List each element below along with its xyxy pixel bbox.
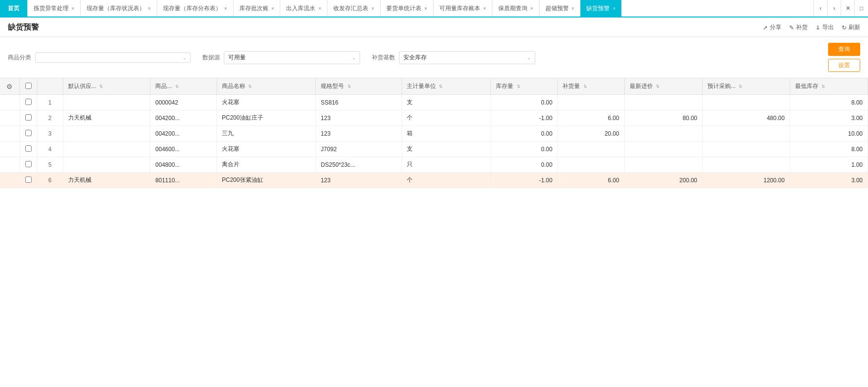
row-checkbox-3[interactable] (25, 145, 32, 152)
row-num-2: 3 (37, 126, 63, 141)
tab-9-label: 保质期查询 (498, 4, 527, 13)
col-header-code[interactable]: 商品... ⇅ (150, 78, 217, 95)
share-button[interactable]: ➚ 分享 (763, 23, 781, 32)
tab-10-close[interactable]: × (572, 6, 575, 11)
row-est-purchase-2 (703, 126, 790, 141)
col-header-unit[interactable]: 主计量单位 ⇅ (401, 78, 490, 95)
tab-7[interactable]: 要货单统计表 × (380, 0, 434, 17)
tab-11-close[interactable]: × (613, 6, 615, 11)
tab-3-close[interactable]: × (224, 6, 227, 11)
page-content: 缺货预警 ➚ 分享 ✎ 补货 ⇓ 导出 ↻ 刷新 商品分类 (0, 18, 868, 387)
tab-4-close[interactable]: × (271, 6, 274, 11)
tab-5[interactable]: 出入库流水 × (280, 0, 327, 17)
col-header-spec[interactable]: 规格型号 ⇅ (316, 78, 401, 95)
row-stock-4: 0.00 (491, 157, 558, 173)
tab-4[interactable]: 库存批次账 × (234, 0, 281, 17)
tab-next-button[interactable]: › (827, 0, 841, 17)
sort-est-icon: ⇅ (739, 84, 742, 89)
share-label: 分享 (770, 23, 781, 32)
category-select[interactable]: ⌄ (35, 53, 191, 63)
tab-home[interactable]: 首页 (0, 0, 28, 17)
tab-home-label: 首页 (8, 4, 19, 13)
tab-close-button[interactable]: ✕ (841, 0, 854, 17)
tab-expand-button[interactable]: □ (854, 0, 868, 17)
row-latest-price-3 (624, 141, 702, 157)
gear-icon[interactable]: ⚙ (6, 83, 13, 90)
refresh-button[interactable]: ↻ 刷新 (842, 23, 860, 32)
col-header-replenish[interactable]: 补货量 ⇅ (558, 78, 624, 95)
row-name-4: 离合片 (217, 157, 316, 173)
row-num-3: 4 (37, 141, 63, 157)
replenish-button[interactable]: ✎ 补货 (789, 23, 808, 32)
row-checkbox-5[interactable] (25, 176, 32, 183)
tab-9[interactable]: 保质期查询 × (492, 0, 540, 17)
tab-8[interactable]: 可用量库存账本 × (434, 0, 492, 17)
row-check-4[interactable] (19, 157, 37, 173)
row-supplier-0 (63, 95, 150, 110)
row-code-3: 004600... (150, 141, 217, 157)
settings-button[interactable]: 设置 (828, 59, 860, 72)
tab-2-label: 现存量（库存状况表） (87, 4, 145, 13)
tab-1[interactable]: 拣货异常处理 × (28, 0, 81, 17)
row-check-0[interactable] (19, 95, 37, 110)
tab-9-close[interactable]: × (530, 6, 533, 11)
select-all-checkbox[interactable] (25, 83, 32, 89)
row-name-2: 三九 (217, 126, 316, 141)
row-settings-0 (0, 95, 19, 110)
col-header-supplier[interactable]: 默认供应... ⇅ (63, 78, 150, 95)
row-stock-5: -1.00 (491, 173, 558, 188)
row-latest-price-2 (624, 126, 702, 141)
row-check-1[interactable] (19, 110, 37, 126)
row-checkbox-0[interactable] (25, 99, 32, 105)
sort-minstock-icon: ⇅ (821, 84, 825, 89)
tab-1-close[interactable]: × (72, 6, 74, 11)
export-button[interactable]: ⇓ 导出 (815, 23, 834, 32)
row-est-purchase-0 (703, 95, 790, 110)
col-header-latest-price[interactable]: 最新进价 ⇅ (624, 78, 702, 95)
tab-prev-button[interactable]: ‹ (814, 0, 827, 17)
tab-6-close[interactable]: × (371, 6, 374, 11)
row-settings-2 (0, 126, 19, 141)
tab-2[interactable]: 现存量（库存状况表） × (81, 0, 157, 17)
row-check-3[interactable] (19, 141, 37, 157)
row-est-purchase-4 (703, 157, 790, 173)
page-header: 缺货预警 ➚ 分享 ✎ 补货 ⇓ 导出 ↻ 刷新 (0, 18, 868, 37)
row-checkbox-2[interactable] (25, 130, 32, 136)
row-settings-5 (0, 173, 19, 188)
table-row: 6 力天机械 801110... PC200张紧油缸 123 个 -1.00 6… (0, 173, 868, 188)
row-checkbox-1[interactable] (25, 114, 32, 121)
tab-8-close[interactable]: × (483, 6, 486, 11)
query-button[interactable]: 查询 (828, 43, 860, 56)
col-header-stock[interactable]: 库存量 ⇅ (491, 78, 558, 95)
tab-10[interactable]: 超储预警 × (540, 0, 581, 17)
table-row: 1 0000042 火花塞 SS816 支 0.00 8.00 (0, 95, 868, 110)
tab-7-close[interactable]: × (424, 6, 427, 11)
row-code-2: 004200... (150, 126, 217, 141)
datasource-select[interactable]: 可用量 ⌄ (224, 51, 360, 64)
row-code-4: 004800... (150, 157, 217, 173)
tab-6[interactable]: 收发存汇总表 × (327, 0, 380, 17)
table-body: 1 0000042 火花塞 SS816 支 0.00 8.00 2 力天机械 0… (0, 95, 868, 188)
replenish-base-select[interactable]: 安全库存 ⌄ (399, 51, 535, 64)
row-spec-4: DS250*23c... (316, 157, 401, 173)
row-est-purchase-5: 1200.00 (703, 173, 790, 188)
tab-2-close[interactable]: × (148, 6, 151, 11)
col-header-settings[interactable]: ⚙ (0, 78, 19, 95)
row-check-5[interactable] (19, 173, 37, 188)
col-header-est-purchase[interactable]: 预计采购... ⇅ (703, 78, 790, 95)
col-header-min-stock[interactable]: 最低库存 ⇅ (790, 78, 868, 95)
tab-5-close[interactable]: × (318, 6, 321, 11)
col-header-check[interactable] (19, 78, 37, 95)
row-num-0: 1 (37, 95, 63, 110)
row-check-2[interactable] (19, 126, 37, 141)
row-replenish-1: 6.00 (558, 110, 624, 126)
row-checkbox-4[interactable] (25, 161, 32, 167)
tab-11[interactable]: 缺货预警 × (580, 0, 622, 17)
row-latest-price-5: 200.00 (624, 173, 702, 188)
col-header-name[interactable]: 商品名称 ⇅ (217, 78, 316, 95)
row-supplier-1: 力天机械 (63, 110, 150, 126)
tab-3[interactable]: 现存量（库存分布表） × (157, 0, 234, 17)
row-replenish-2: 20.00 (558, 126, 624, 141)
row-supplier-2 (63, 126, 150, 141)
page-title: 缺货预警 (8, 22, 39, 33)
